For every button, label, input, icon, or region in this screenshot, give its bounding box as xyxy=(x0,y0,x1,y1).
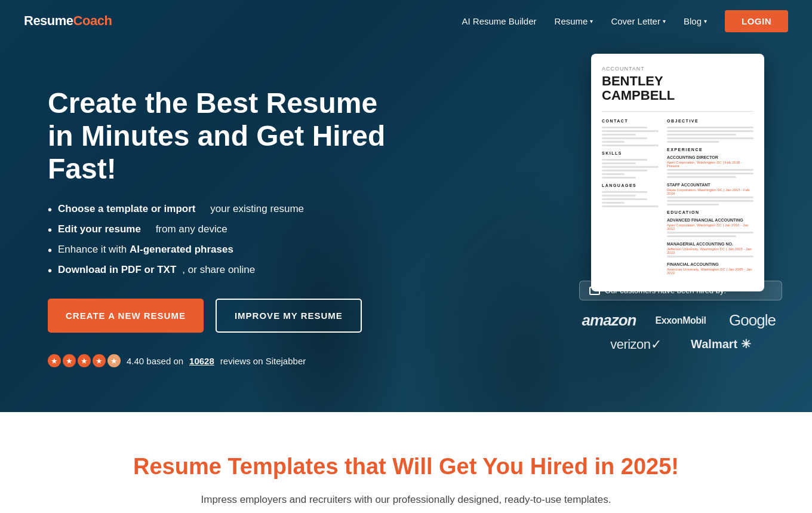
hired-by-badge: Our customers have been hired by: xyxy=(579,281,782,300)
education-block-1: ADVANCED FINANCIAL ACCOUNTING Apex Corpo… xyxy=(667,218,753,237)
contact-line-4 xyxy=(602,137,647,139)
improve-resume-button[interactable]: IMPROVE MY RESUME xyxy=(216,299,362,333)
verizon-logo: verizon✓ xyxy=(610,337,661,352)
nav-ai-builder[interactable]: AI Resume Builder xyxy=(462,16,537,26)
hired-by-text: Our customers have been hired by: xyxy=(605,286,726,295)
bullet-1: Choose a template or import your existin… xyxy=(48,203,406,216)
exxonmobil-logo: ExxonMobil xyxy=(651,315,710,326)
contact-line-6 xyxy=(602,145,659,146)
hero-content: Create the Best Resume in Minutes and Ge… xyxy=(0,45,406,368)
resume-col-right: OBJECTIVE EXPERIENCE ACCOUNTING DIRECTOR… xyxy=(667,119,753,279)
walmart-logo: Walmart ✳ xyxy=(691,337,751,352)
bullet-4: Download in PDF or TXT, or share online xyxy=(48,264,406,277)
resume-name-line1: BENTLEY xyxy=(602,73,663,88)
google-logo: Google xyxy=(722,311,782,330)
chevron-down-icon: ▾ xyxy=(704,18,707,24)
star-5: ★ xyxy=(107,354,121,367)
languages-block xyxy=(602,191,659,207)
experience-block-1: ACCOUNTING DIRECTOR Apex Corporation, Wa… xyxy=(667,155,753,178)
rating-score: 4.40 based on xyxy=(127,356,183,366)
star-3: ★ xyxy=(78,354,91,367)
amazon-logo: amazon xyxy=(579,311,639,330)
skills-block xyxy=(602,159,659,179)
nav-resume[interactable]: Resume ▾ xyxy=(555,16,593,26)
objective-section-title: OBJECTIVE xyxy=(667,119,753,123)
chevron-down-icon: ▾ xyxy=(590,18,593,24)
skills-section-title: SKILLS xyxy=(602,151,659,155)
contact-section-title: CONTACT xyxy=(602,119,659,123)
cta-row: CREATE A NEW RESUME IMPROVE MY RESUME xyxy=(48,299,406,333)
logo-resume: Resume xyxy=(24,13,73,28)
resume-preview-card: ACCOUNTANT BENTLEY CAMPBELL CONTACT SKIL… xyxy=(591,54,764,291)
logo-coach: Coach xyxy=(73,13,112,28)
star-2: ★ xyxy=(63,354,76,367)
logo[interactable]: ResumeCoach xyxy=(24,13,112,29)
login-button[interactable]: LOGIN xyxy=(725,10,788,32)
bottom-title: Resume Templates that Will Get You Hired… xyxy=(24,454,788,480)
resume-columns: CONTACT SKILLS L xyxy=(602,119,753,279)
bullet-3: Enhance it with AI-generated phrases xyxy=(48,244,406,257)
nav-cover-letter[interactable]: Cover Letter ▾ xyxy=(611,16,666,26)
contact-line-1 xyxy=(602,127,647,128)
bottom-section: Resume Templates that Will Get You Hired… xyxy=(0,412,812,513)
rating-suffix: reviews on Sitejabber xyxy=(220,356,306,366)
chevron-down-icon: ▾ xyxy=(663,18,666,24)
nav-links: AI Resume Builder Resume ▾ Cover Letter … xyxy=(462,10,789,32)
contact-line-2 xyxy=(602,130,659,132)
star-4: ★ xyxy=(93,354,106,367)
contact-line-5 xyxy=(602,141,625,143)
education-section-title: EDUCATION xyxy=(667,210,753,214)
education-block-3: FINANCIAL ACCOUNTING American University… xyxy=(667,262,753,275)
resume-card-name: BENTLEY CAMPBELL xyxy=(602,74,753,103)
star-1: ★ xyxy=(48,354,61,367)
rating-row: ★ ★ ★ ★ ★ 4.40 based on 10628 reviews on… xyxy=(48,354,406,367)
bottom-subtitle: Impress employers and recruiters with ou… xyxy=(197,494,615,506)
company-logos-row2: verizon✓ Walmart ✳ xyxy=(579,337,782,352)
hero-section: Create the Best Resume in Minutes and Ge… xyxy=(0,0,812,412)
resume-col-left: CONTACT SKILLS L xyxy=(602,119,659,279)
company-logos-grid: amazon ExxonMobil Google xyxy=(579,311,782,330)
bullet-2: Edit your resume from any device xyxy=(48,223,406,236)
resume-name-line2: CAMPBELL xyxy=(602,88,675,103)
create-resume-button[interactable]: CREATE A NEW RESUME xyxy=(48,299,204,333)
navbar: ResumeCoach AI Resume Builder Resume ▾ C… xyxy=(0,0,812,42)
experience-section-title: EXPERIENCE xyxy=(667,148,753,152)
resume-divider xyxy=(602,111,753,112)
star-rating: ★ ★ ★ ★ ★ xyxy=(48,354,121,367)
objective-block xyxy=(667,127,753,143)
contact-block xyxy=(602,127,659,146)
rating-link[interactable]: 10628 xyxy=(189,356,214,366)
nav-blog[interactable]: Blog ▾ xyxy=(684,16,707,26)
hired-by-section: Our customers have been hired by: amazon… xyxy=(579,281,782,352)
hero-title: Create the Best Resume in Minutes and Ge… xyxy=(48,87,406,186)
experience-block-2: STAFF ACCOUNTANT Davis Corporation, Wash… xyxy=(667,183,753,205)
briefcase-icon xyxy=(589,287,600,295)
languages-section-title: LANGUAGES xyxy=(602,183,659,188)
resume-card-label: ACCOUNTANT xyxy=(602,66,753,72)
hero-bullets: Choose a template or import your existin… xyxy=(48,203,406,277)
education-block-2: MANAGERIAL ACCOUNTING NO. Jefferson Univ… xyxy=(667,242,753,257)
contact-line-3 xyxy=(602,134,636,136)
